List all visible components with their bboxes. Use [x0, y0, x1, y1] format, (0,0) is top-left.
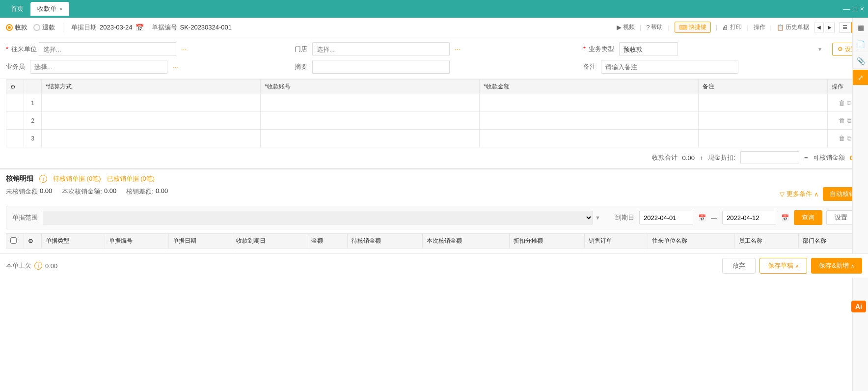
video-link[interactable]: ▶ 视频 [617, 23, 635, 31]
pending-tab[interactable]: 待核销单据 (0笔) [53, 174, 101, 183]
help-link[interactable]: ? 帮助 [646, 23, 663, 31]
radio-receive-indicator [6, 24, 13, 31]
filter-settings-btn[interactable]: 设置 [826, 210, 856, 225]
window-close-btn[interactable]: × [860, 5, 864, 13]
store-more-btn[interactable]: ··· [452, 45, 463, 53]
diff-value: 0.00 [156, 187, 168, 201]
td-payment-3[interactable] [42, 130, 261, 147]
table-header-row: ⚙ *结算方式 *收款账号 *收款金额 备注 操作 [6, 80, 862, 94]
summary-input[interactable] [312, 60, 450, 74]
td-payment-2[interactable] [42, 112, 261, 130]
td-account-3[interactable] [261, 130, 480, 147]
discard-btn[interactable]: 放弃 [722, 258, 756, 274]
th-settings-v[interactable]: ⚙ [24, 234, 42, 249]
type-select[interactable]: 预收款 [619, 42, 678, 56]
next-arrow[interactable]: ▶ [825, 23, 835, 32]
party-field: * 往来单位 ··· [6, 42, 285, 56]
sidebar-doc-btn[interactable]: 📄 [853, 36, 868, 52]
sidebar-expand-btn[interactable]: ⤢ [853, 70, 868, 85]
sidebar-attach-btn[interactable]: 📎 [853, 53, 868, 69]
tab-receipt-label: 收款单 [37, 4, 56, 13]
tab-close-icon[interactable]: × [59, 6, 62, 12]
party-input[interactable] [39, 42, 176, 56]
td-payment-1[interactable] [42, 94, 261, 112]
calendar-icon-end[interactable]: 📅 [781, 214, 789, 222]
tab-bar: 首页 收款单 × — □ × [0, 0, 868, 18]
range-actions: 查询 设置 [794, 210, 856, 225]
prev-arrow[interactable]: ◀ [814, 23, 824, 32]
copy-row-1[interactable]: ⧉ [847, 99, 851, 107]
query-btn[interactable]: 查询 [794, 210, 822, 225]
sidebar-table-btn[interactable]: ▦ [853, 20, 868, 35]
type-label: * 业务类型 [583, 45, 614, 54]
staff-more-btn[interactable]: ··· [169, 63, 181, 71]
tab-home[interactable]: 首页 [4, 2, 30, 16]
save-draft-btn[interactable]: 保存草稿 ∧ [760, 258, 807, 274]
select-all-checkbox[interactable] [10, 237, 17, 244]
history-link[interactable]: 📋 历史单据 [777, 23, 809, 31]
due-date-end[interactable] [722, 211, 776, 224]
due-date-start[interactable] [639, 211, 693, 224]
remark-input[interactable] [601, 60, 738, 74]
window-min-btn[interactable]: — [843, 5, 850, 13]
verify-info-icon[interactable]: i [39, 175, 47, 183]
td-remark-1[interactable] [699, 94, 828, 112]
delete-row-3[interactable]: 🗑 [839, 135, 845, 142]
receipt-table: ⚙ *结算方式 *收款账号 *收款金额 备注 操作 1 [6, 79, 862, 147]
date-meta: 单据日期 2023-03-24 📅 [71, 23, 144, 32]
bottom-info-icon[interactable]: i [34, 262, 42, 270]
td-account-2[interactable] [261, 112, 480, 130]
td-remark-3[interactable] [699, 130, 828, 147]
td-amount-1[interactable] [480, 94, 699, 112]
copy-row-2[interactable]: ⧉ [847, 117, 851, 125]
delete-row-1[interactable]: 🗑 [839, 99, 845, 107]
store-label: 门店 [295, 45, 307, 54]
bottom-info: 本单上欠 i 0.00 [6, 261, 57, 270]
type-label-text: 业务类型 [589, 45, 614, 53]
ai-badge[interactable]: Ai [851, 301, 866, 312]
radio-receive[interactable]: 收款 [6, 23, 27, 32]
info-label: 本单上欠 [6, 261, 31, 270]
sep-3: | [716, 24, 717, 31]
number-value: SK-20230324-001 [180, 24, 232, 31]
th-doc-date: 单据日期 [168, 234, 232, 249]
verified-tab[interactable]: 已核销单据 (0笔) [107, 174, 155, 183]
th-doc-number: 单据编号 [105, 234, 168, 249]
td-remark-2[interactable] [699, 112, 828, 130]
discount-input[interactable] [740, 151, 799, 164]
shortcut-btn[interactable]: ⌨ 快捷键 [675, 22, 711, 33]
store-input[interactable] [312, 42, 450, 56]
window-max-btn[interactable]: □ [853, 5, 857, 13]
more-conditions-link[interactable]: ▽ 更多条件 ∧ [780, 190, 819, 198]
print-link[interactable]: 🖨 打印 [722, 23, 742, 31]
td-settings-1 [6, 94, 24, 112]
staff-input[interactable] [30, 60, 167, 74]
unverified-amount-stat: 未核销金额 0.00 [6, 187, 52, 201]
info-value: 0.00 [45, 262, 57, 270]
party-more-btn[interactable]: ··· [178, 45, 190, 53]
form-section: * 往来单位 ··· 门店 ··· * 业务类型 [0, 37, 868, 79]
radio-refund-indicator [33, 24, 40, 31]
tab-receipt[interactable]: 收款单 × [30, 2, 69, 16]
td-amount-3[interactable] [480, 130, 699, 147]
td-amount-2[interactable] [480, 112, 699, 130]
td-account-1[interactable] [261, 94, 480, 112]
th-due-date: 收款到期日 [232, 234, 307, 249]
td-num-3: 3 [24, 130, 42, 147]
save-new-btn[interactable]: 保存&新增 ∧ [811, 258, 862, 274]
main-content: 收款 退款 单据日期 2023-03-24 📅 单据编号 SK-20230324… [0, 18, 868, 391]
radio-refund[interactable]: 退款 [33, 23, 55, 32]
range-select[interactable] [43, 211, 593, 224]
th-settings[interactable]: ⚙ [6, 80, 24, 94]
diff-label: 核销差额: [126, 187, 154, 201]
save-new-arrow: ∧ [851, 263, 854, 269]
type-select-wrapper: 预收款 ▼ [619, 42, 825, 56]
calendar-icon[interactable]: 📅 [136, 24, 144, 31]
summary-label-text: 摘要 [295, 63, 307, 70]
calendar-icon-start[interactable]: 📅 [698, 214, 706, 222]
list-view-icon[interactable]: ☰ [840, 22, 850, 33]
radio-refund-label: 退款 [42, 23, 55, 32]
copy-row-3[interactable]: ⧉ [847, 135, 851, 142]
delete-row-2[interactable]: 🗑 [839, 117, 845, 125]
operate-link[interactable]: 操作 [754, 23, 765, 31]
